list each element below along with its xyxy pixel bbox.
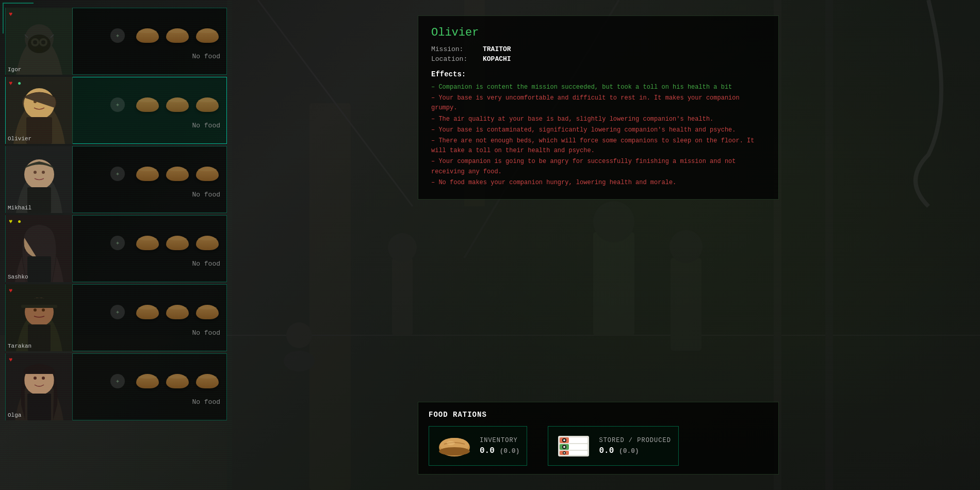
- sashko-bread-3: [194, 230, 220, 256]
- tarakan-food-ghost: ✦: [105, 299, 130, 325]
- tarakan-health-icons: ♥: [9, 287, 16, 295]
- svg-point-12: [388, 233, 417, 262]
- igor-food-area: ✦ No food: [73, 8, 226, 74]
- stored-value: 0.0 (0.0): [599, 446, 671, 455]
- effect-line-4: – There are not enough beds, which will …: [431, 136, 765, 156]
- sushi-svg: [556, 432, 592, 460]
- portrait-mikhail: Mikhail: [6, 146, 73, 213]
- sashko-health-icons: ♥ ●: [9, 218, 25, 225]
- sashko-name: Sashko: [8, 274, 28, 280]
- svg-rect-24: [36, 48, 43, 52]
- tarakan-food-area: ✦ No food: [73, 285, 226, 351]
- olga-bread-2: [165, 368, 190, 394]
- tarakan-name: Tarakan: [8, 343, 31, 349]
- companion-row-olivier[interactable]: ♥ ● Olivier ✦ No food: [5, 77, 227, 144]
- igor-bread-3: [194, 23, 220, 48]
- mikhail-bread-1: [135, 161, 160, 187]
- igor-no-food: No food: [192, 53, 220, 60]
- companion-row-sashko[interactable]: ♥ ● Sashko ✦ No food: [5, 215, 227, 282]
- inventory-label: INVENTORY: [480, 437, 519, 444]
- olivier-mood: ●: [18, 80, 25, 87]
- effect-line-1: – Your base is very uncomfortable and di…: [431, 93, 765, 113]
- svg-point-22: [33, 40, 37, 44]
- portrait-tarakan: ♥ Tarakan: [6, 284, 73, 351]
- olga-bread-3: [194, 368, 220, 394]
- olga-no-food: No food: [192, 398, 220, 406]
- food-rations-content: INVENTORY 0.0 (0.0): [429, 426, 768, 466]
- sashko-bread-2: [165, 230, 190, 256]
- food-rations-title: FOOD RATIONS: [429, 411, 768, 419]
- igor-heart: ♥: [9, 11, 16, 18]
- portrait-olga: ♥ Olga: [6, 353, 73, 420]
- portrait-olivier: ♥ ● Olivier: [6, 77, 73, 144]
- olivier-bread-3: [194, 92, 220, 118]
- mikhail-bread-2: [165, 161, 190, 187]
- tarakan-food-items: ✦: [105, 299, 220, 325]
- svg-rect-15: [671, 258, 701, 351]
- svg-rect-11: [392, 258, 413, 335]
- portrait-sashko: ♥ ● Sashko: [6, 215, 73, 282]
- svg-point-65: [563, 446, 565, 448]
- svg-point-61: [563, 439, 565, 442]
- svg-point-44: [34, 308, 37, 312]
- svg-point-34: [34, 171, 37, 174]
- companions-panel: ♥ Igor ✦ No food: [0, 0, 232, 490]
- location-row: Location: KOPACHI: [431, 55, 765, 63]
- companion-row-igor[interactable]: ♥ Igor ✦ No food: [5, 8, 227, 75]
- mikhail-name: Mikhail: [8, 205, 31, 211]
- effect-line-2: – The air quality at your base is bad, s…: [431, 115, 765, 124]
- stored-ration-info: STORED / PRODUCED 0.0 (0.0): [599, 437, 671, 455]
- igor-health-icons: ♥: [9, 11, 16, 18]
- sashko-no-food: No food: [192, 260, 220, 268]
- companion-row-mikhail[interactable]: Mikhail ✦ No food: [5, 146, 227, 213]
- companion-info-name: Olivier: [431, 26, 765, 39]
- mission-value: TRAITOR: [483, 45, 511, 53]
- location-value: KOPACHI: [483, 55, 511, 63]
- olga-food-ghost: ✦: [105, 368, 130, 394]
- svg-point-35: [42, 171, 45, 174]
- mikhail-food-items: ✦: [105, 161, 220, 187]
- olivier-no-food: No food: [192, 122, 220, 129]
- companion-row-olga[interactable]: ♥ Olga ✦ No food: [5, 353, 227, 420]
- svg-rect-8: [825, 0, 833, 490]
- svg-point-50: [34, 377, 37, 380]
- svg-point-55: [439, 447, 470, 455]
- olga-bread-1: [135, 368, 160, 394]
- companion-info-panel: Olivier Mission: TRAITOR Location: KOPAC…: [418, 15, 779, 200]
- igor-bread-1: [135, 23, 160, 48]
- olivier-bread-1: [135, 92, 160, 118]
- mikhail-portrait-svg: [6, 146, 72, 213]
- svg-rect-46: [21, 305, 57, 308]
- igor-bread-2: [165, 23, 190, 48]
- mikhail-food-ghost: ✦: [105, 161, 130, 187]
- tarakan-no-food: No food: [192, 329, 220, 337]
- svg-point-23: [41, 40, 45, 44]
- olivier-heart: ♥: [9, 80, 16, 87]
- effect-line-0: – Companion is content the mission succe…: [431, 83, 765, 92]
- tarakan-bread-1: [135, 299, 160, 325]
- inventory-ration-info: INVENTORY 0.0 (0.0): [480, 437, 519, 455]
- svg-point-10: [286, 322, 312, 348]
- svg-point-69: [564, 452, 565, 454]
- mikhail-food-area: ✦ No food: [73, 146, 226, 213]
- location-label: Location:: [431, 55, 483, 63]
- sashko-heart: ♥: [9, 218, 16, 225]
- effects-title: Effects:: [431, 70, 765, 78]
- olga-food-area: ✦ No food: [73, 354, 226, 420]
- sashko-food-ghost: ✦: [105, 230, 130, 256]
- sashko-food-area: ✦ No food: [73, 216, 226, 282]
- svg-rect-13: [593, 232, 634, 335]
- mission-label: Mission:: [431, 45, 483, 53]
- sashko-mood: ●: [18, 218, 25, 225]
- svg-point-14: [593, 201, 634, 242]
- stored-food-image: [556, 432, 592, 460]
- olga-food-items: ✦: [105, 368, 220, 394]
- olivier-food-ghost: ✦: [105, 92, 130, 118]
- food-rations-panel: FOOD RATIONS INVENTORY: [418, 402, 779, 475]
- effect-line-6: – No food makes your companion hungry, l…: [431, 178, 765, 188]
- olivier-name: Olivier: [8, 136, 31, 142]
- olga-heart: ♥: [9, 356, 16, 364]
- tarakan-heart: ♥: [9, 287, 16, 295]
- mikhail-no-food: No food: [192, 191, 220, 199]
- companion-row-tarakan[interactable]: ♥ Tarakan ✦ No food: [5, 284, 227, 351]
